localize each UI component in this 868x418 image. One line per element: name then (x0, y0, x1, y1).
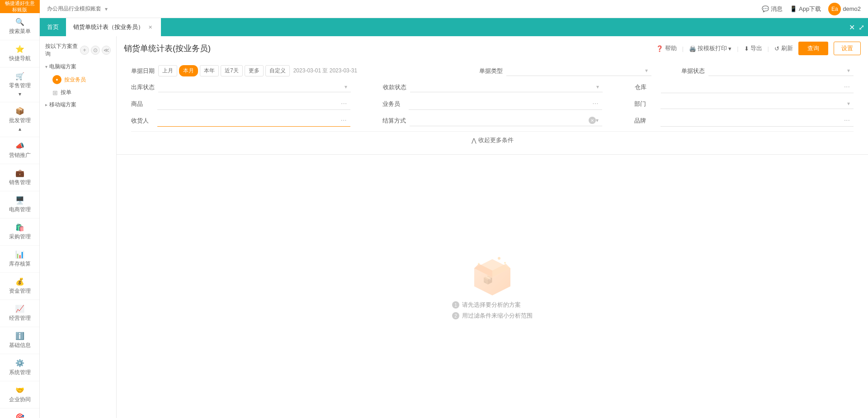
user-avatar: Ea (828, 3, 841, 15)
user-name: demo2 (843, 5, 861, 12)
ecommerce-icon: 🖥️ (15, 196, 24, 204)
grid-icon: ⊞ (52, 89, 58, 96)
query-button[interactable]: 查询 (798, 42, 828, 55)
doc-status-label: 单据状态 (681, 67, 705, 75)
collapse-btn[interactable]: ⋀ 收起更多条件 (472, 133, 514, 147)
sidebar-item-search[interactable]: 🔍 搜索菜单 (0, 13, 39, 40)
receipt-status-label: 收款状态 (383, 83, 406, 91)
sidebar-item-enterprise[interactable]: 🤝 企业协同 (0, 381, 39, 408)
print-icon: 🖨️ (689, 45, 696, 52)
sidebar-item-ecommerce[interactable]: 🖥️ 电商管理 (0, 191, 39, 218)
date-btn-custom[interactable]: 自定义 (265, 65, 290, 76)
sidebar-item-sales[interactable]: 💼 销售管理 (0, 164, 39, 191)
tip-text-2: 用过滤条件来缩小分析范围 (462, 312, 533, 320)
divider1: | (682, 45, 684, 52)
content-area: 按以下方案查询 + ⊙ ≪ ▾ 电脑端方案 ● 按业务员 ⊞ 按单 (40, 36, 868, 418)
tab-fullscreen-icon[interactable]: ⤢ (859, 23, 864, 32)
export-btn[interactable]: ⬇ 导出 (744, 44, 762, 52)
logo-subtext: 标账版 (12, 6, 27, 13)
sidebar-retail-label: 零售管理 (9, 82, 31, 90)
page-title: 销货单统计表(按业务员) (124, 43, 211, 54)
tree-item-by-salesperson[interactable]: ● 按业务员 (40, 73, 116, 86)
date-controls: 上月 本月 本年 近7天 更多 自定义 2023-03-01 至 2023-03… (158, 65, 357, 76)
filter-row-4: 收货人 ··· 结算方式 ✕ ▾ 品牌 (131, 114, 854, 127)
sidebar-item-finance[interactable]: 💰 资金管理 (0, 273, 39, 300)
department-field[interactable]: ▾ (660, 99, 854, 109)
settlement-clear-btn[interactable]: ✕ (589, 117, 596, 124)
scheme-by-salesperson-label: 按业务员 (64, 76, 86, 84)
salesperson-field[interactable]: ··· (409, 98, 602, 110)
sidebar-item-system[interactable]: ⚙️ 系统管理 (0, 354, 39, 381)
svg-point-4 (498, 257, 500, 260)
brand-field[interactable]: ··· (660, 114, 854, 127)
divider3: | (768, 45, 769, 52)
user-menu[interactable]: Ea demo2 (828, 3, 861, 15)
sidebar-item-inventory[interactable]: 📊 库存核算 (0, 246, 39, 273)
salesperson-label: 业务员 (382, 100, 405, 108)
empty-state: 📦 1 请先选择要分析的方案 2 用过滤条件来缩小分析范围 (117, 155, 868, 418)
settlement-field[interactable]: ✕ ▾ (410, 115, 603, 126)
date-btn-more[interactable]: 更多 (245, 65, 264, 76)
copy-scheme-btn[interactable]: ⊙ (91, 46, 100, 55)
warehouse-field[interactable]: ··· (661, 81, 854, 93)
message-btn[interactable]: 💬 消息 (762, 5, 783, 13)
refresh-btn[interactable]: ↺ 刷新 (774, 44, 793, 52)
tab-sales-stat[interactable]: 销货单统计表（按业务员） ✕ (66, 18, 161, 36)
app-download-label: App下载 (799, 5, 821, 13)
app-download-btn[interactable]: 📱 App下载 (790, 5, 821, 13)
department-chevron: ▾ (847, 100, 850, 107)
sidebar-finance-label: 资金管理 (9, 287, 31, 295)
sidebar-item-retail[interactable]: 🛒 零售管理 ▾ (0, 67, 39, 102)
tree-group-mobile[interactable]: ▸ 移动端方案 (40, 99, 116, 111)
date-btn-this-month[interactable]: 本月 (179, 65, 198, 76)
date-btn-last-month[interactable]: 上月 (158, 65, 177, 76)
tree-collapse-icon: ▾ (45, 64, 47, 69)
tab-home-label: 首页 (47, 23, 59, 31)
sidebar-operations-label: 经营管理 (9, 314, 31, 322)
empty-illustration: 📦 (465, 250, 519, 295)
doc-type-field[interactable]: ▾ (506, 66, 651, 76)
topbar-title: 办公用品行业模拟账套 (47, 5, 101, 13)
sidebar-item-newuser[interactable]: 🎯 新手引导 (0, 408, 39, 418)
tree-expand-icon: ▸ (45, 102, 47, 107)
out-status-field[interactable]: ▾ (158, 82, 351, 92)
tab-home[interactable]: 首页 (40, 18, 66, 36)
date-btn-this-year[interactable]: 本年 (200, 65, 219, 76)
print-btn[interactable]: 🖨️ 按模板打印 ▾ (689, 44, 731, 52)
goods-field[interactable]: ··· (157, 98, 350, 110)
topbar-left: 办公用品行业模拟账套 ▾ (47, 5, 108, 13)
sidebar-item-shortcut[interactable]: ⭐ 快捷导航 (0, 40, 39, 67)
topbar-dropdown-icon[interactable]: ▾ (105, 6, 108, 12)
add-scheme-btn[interactable]: + (80, 46, 89, 55)
sidebar-item-basic[interactable]: ℹ️ 基础信息 (0, 327, 39, 354)
message-icon: 💬 (762, 5, 769, 12)
receipt-status-chevron: ▾ (596, 84, 599, 90)
sidebar-item-wholesale[interactable]: 📦 批发管理 ▴ (0, 102, 39, 137)
sidebar-item-marketing[interactable]: 📣 营销推广 (0, 137, 39, 164)
doc-status-field[interactable]: ▾ (708, 66, 854, 76)
svg-text:📦: 📦 (483, 275, 493, 285)
tab-close-window-icon[interactable]: ✕ (849, 23, 855, 32)
left-panel-actions: + ⊙ ≪ (80, 46, 111, 55)
help-btn[interactable]: ❓ 帮助 (656, 44, 677, 52)
active-scheme-icon: ● (52, 75, 61, 84)
sidebar-item-operations[interactable]: 📈 经营管理 (0, 300, 39, 327)
sidebar-search-label: 搜索菜单 (9, 28, 31, 35)
warehouse-label: 仓库 (635, 83, 657, 91)
date-range-text: 2023-03-01 至 2023-03-31 (293, 67, 357, 75)
avatar-text: Ea (831, 6, 838, 12)
collapse-panel-btn[interactable]: ≪ (102, 46, 111, 55)
tab-close-btn[interactable]: ✕ (146, 24, 154, 31)
consignee-field[interactable]: ··· (157, 114, 350, 127)
doc-type-chevron: ▾ (645, 67, 648, 74)
tree-item-by-doc[interactable]: ⊞ 按单 (40, 86, 116, 99)
sidebar-wholesale-label: 批发管理 (9, 117, 31, 124)
sidebar-item-purchase[interactable]: 🛍️ 采购管理 (0, 218, 39, 246)
purchase-icon: 🛍️ (15, 223, 24, 232)
settings-button[interactable]: 设置 (834, 42, 861, 55)
receipt-status-field[interactable]: ▾ (410, 82, 603, 92)
date-btn-last-7-days[interactable]: 近7天 (221, 65, 243, 76)
tree-group-desktop[interactable]: ▾ 电脑端方案 (40, 61, 116, 73)
empty-tips: 1 请先选择要分析的方案 2 用过滤条件来缩小分析范围 (452, 301, 533, 323)
refresh-label: 刷新 (781, 44, 793, 52)
